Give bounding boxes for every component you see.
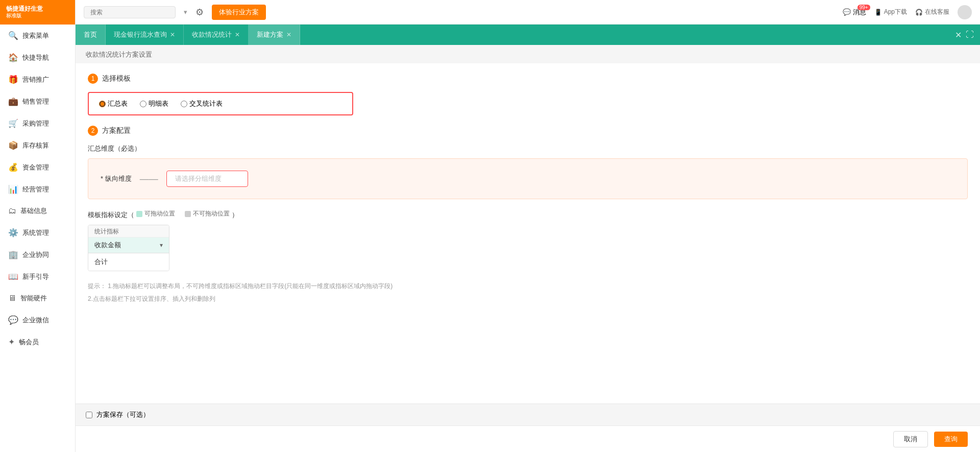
sidebar-item-label: 企业微信 bbox=[22, 316, 49, 325]
section1-title: 1 选择模板 bbox=[88, 74, 968, 84]
maximize-icon[interactable]: ⛶ bbox=[966, 30, 974, 39]
sidebar-nav: 🔍 搜索菜单 🏠 快捷导航 🎁 营销推广 💼 销售管理 🛒 采购管理 📦 库存核… bbox=[0, 25, 75, 452]
sidebar-item-purchase[interactable]: 🛒 采购管理 bbox=[0, 112, 75, 134]
tab-collection-stats[interactable]: 收款情况统计 ✕ bbox=[184, 25, 249, 45]
arrow-icon: —— bbox=[140, 174, 158, 184]
online-service-link[interactable]: 🎧 在线客服 bbox=[915, 8, 949, 16]
sidebar-item-label: 销售管理 bbox=[22, 97, 49, 106]
template-selection: 汇总表 明细表 交叉统计表 bbox=[88, 92, 353, 115]
message-count: 99+ bbox=[857, 5, 870, 10]
sidebar-item-label: 智能硬件 bbox=[20, 294, 47, 303]
app-icon: 📱 bbox=[874, 9, 882, 16]
sidebar-item-label: 库存核算 bbox=[22, 141, 49, 150]
radio-summary-input[interactable] bbox=[99, 101, 106, 107]
brand-edition: 标准版 bbox=[6, 12, 43, 19]
dropdown-icon[interactable]: ▾ bbox=[184, 8, 187, 16]
sidebar-item-member[interactable]: ✦ 畅会员 bbox=[0, 331, 75, 353]
dimension-section: 汇总维度（必选） * 纵向维度 —— 请选择分组维度 bbox=[88, 144, 968, 199]
sidebar-item-sales[interactable]: 💼 销售管理 bbox=[0, 90, 75, 112]
sidebar-item-label: 采购管理 bbox=[22, 119, 49, 128]
close-window-icon[interactable]: ✕ bbox=[955, 30, 962, 40]
radio-detail-input[interactable] bbox=[140, 101, 146, 107]
dimension-sublabel: 汇总维度（必选） bbox=[88, 144, 968, 153]
sidebar-item-label: 基础信息 bbox=[20, 206, 47, 216]
app-download-link[interactable]: 📱 App下载 bbox=[874, 8, 907, 16]
service-icon: 🎧 bbox=[915, 9, 923, 16]
sidebar-item-quicknav[interactable]: 🏠 快捷导航 bbox=[0, 46, 75, 68]
operations-icon: 📊 bbox=[8, 184, 18, 194]
cancel-button[interactable]: 取消 bbox=[893, 431, 928, 447]
system-icon: ⚙️ bbox=[8, 228, 18, 237]
draggable-dot bbox=[136, 211, 142, 217]
metrics-column-header[interactable]: 收款金额 ▾ bbox=[88, 237, 169, 253]
topbar: ▾ ⚙ 体验行业方案 💬 消息 99+ 📱 App下载 🎧 在线客服 bbox=[76, 0, 980, 25]
tab-new-scheme[interactable]: 新建方案 ✕ bbox=[249, 25, 300, 45]
tab-window-actions: ✕ ⛶ bbox=[949, 25, 980, 45]
sidebar-item-search[interactable]: 🔍 搜索菜单 bbox=[0, 25, 75, 46]
enterprise-icon: 🏢 bbox=[8, 250, 18, 259]
message-badge[interactable]: 💬 消息 99+ bbox=[843, 8, 866, 17]
legend-non-draggable: 不可拖动位置 bbox=[185, 209, 230, 218]
query-button[interactable]: 查询 bbox=[934, 432, 968, 447]
settings-icon[interactable]: ⚙ bbox=[195, 7, 204, 18]
home-icon: 🏠 bbox=[8, 53, 18, 62]
section2-num: 2 bbox=[88, 126, 98, 136]
metrics-group-header: 统计指标 bbox=[88, 225, 169, 237]
tip-1: 提示： 1.拖动标题栏可以调整布局，不可跨维度或指标区域拖动栏目字段(只能在同一… bbox=[88, 281, 968, 292]
save-checkbox[interactable] bbox=[86, 412, 92, 418]
user-avatar[interactable] bbox=[958, 5, 972, 19]
tab-close-icon[interactable]: ✕ bbox=[286, 31, 291, 38]
sidebar-item-system[interactable]: ⚙️ 系统管理 bbox=[0, 222, 75, 244]
tab-close-icon[interactable]: ✕ bbox=[235, 31, 240, 38]
radio-detail[interactable]: 明细表 bbox=[140, 99, 168, 108]
radio-summary[interactable]: 汇总表 bbox=[99, 99, 128, 108]
sidebar-item-marketing[interactable]: 🎁 营销推广 bbox=[0, 68, 75, 90]
metrics-section: 模板指标设定（ 可拖动位置 不可拖动位置 ） 统计指标 bbox=[88, 209, 968, 273]
radio-cross[interactable]: 交叉统计表 bbox=[181, 99, 223, 108]
tab-label: 现金银行流水查询 bbox=[114, 30, 167, 39]
industry-btn[interactable]: 体验行业方案 bbox=[212, 5, 266, 20]
main-area: ▾ ⚙ 体验行业方案 💬 消息 99+ 📱 App下载 🎧 在线客服 首页 bbox=[76, 0, 980, 452]
page-body: 1 选择模板 汇总表 明细表 交叉统计表 2 bbox=[76, 63, 980, 403]
metrics-cell: 合计 bbox=[88, 253, 169, 271]
hardware-icon: 🖥 bbox=[8, 294, 16, 303]
sidebar-item-basic[interactable]: 🗂 基础信息 bbox=[0, 200, 75, 222]
radio-detail-label: 明细表 bbox=[149, 99, 168, 108]
column-dropdown-icon[interactable]: ▾ bbox=[160, 242, 163, 249]
section2-title: 2 方案配置 bbox=[88, 126, 968, 136]
tips-section: 提示： 1.拖动标题栏可以调整布局，不可跨维度或指标区域拖动栏目字段(只能在同一… bbox=[88, 281, 968, 305]
brand-name: 畅捷通好生意 bbox=[6, 5, 43, 12]
sidebar-item-wechat[interactable]: 💬 企业微信 bbox=[0, 309, 75, 331]
tab-close-icon[interactable]: ✕ bbox=[170, 31, 175, 38]
sidebar-item-guide[interactable]: 📖 新手引导 bbox=[0, 266, 75, 288]
sidebar-item-enterprise[interactable]: 🏢 企业协同 bbox=[0, 244, 75, 266]
metrics-table: 统计指标 收款金额 ▾ 合计 bbox=[88, 225, 169, 271]
tab-home[interactable]: 首页 bbox=[76, 25, 106, 45]
tab-cash-bank[interactable]: 现金银行流水查询 ✕ bbox=[106, 25, 184, 45]
sidebar-item-operations[interactable]: 📊 经营管理 bbox=[0, 178, 75, 200]
section1-num: 1 bbox=[88, 74, 98, 84]
dimension-select[interactable]: 请选择分组维度 bbox=[166, 171, 248, 187]
dimension-area: * 纵向维度 —— 请选择分组维度 bbox=[88, 158, 968, 199]
topbar-actions: 💬 消息 99+ 📱 App下载 🎧 在线客服 bbox=[843, 5, 972, 19]
search-icon: 🔍 bbox=[8, 31, 18, 40]
vertical-label: * 纵向维度 bbox=[101, 174, 132, 183]
gift-icon: 🎁 bbox=[8, 75, 18, 84]
sidebar: 畅捷通好生意 标准版 🔍 搜索菜单 🏠 快捷导航 🎁 营销推广 💼 销售管理 🛒… bbox=[0, 0, 76, 452]
sidebar-item-label: 经营管理 bbox=[22, 185, 49, 194]
radio-cross-input[interactable] bbox=[181, 101, 187, 107]
tabbar: 首页 现金银行流水查询 ✕ 收款情况统计 ✕ 新建方案 ✕ ✕ ⛶ bbox=[76, 25, 980, 45]
sidebar-item-finance[interactable]: 💰 资金管理 bbox=[0, 156, 75, 178]
search-input[interactable] bbox=[84, 6, 176, 18]
sidebar-item-inventory[interactable]: 📦 库存核算 bbox=[0, 134, 75, 156]
sidebar-item-label: 营销推广 bbox=[22, 75, 49, 84]
footer-section: 方案保存（可选） bbox=[76, 403, 980, 425]
sidebar-item-label: 快捷导航 bbox=[22, 53, 49, 62]
sidebar-item-hardware[interactable]: 🖥 智能硬件 bbox=[0, 288, 75, 309]
sidebar-item-label: 企业协同 bbox=[22, 250, 49, 259]
tab-label: 收款情况统计 bbox=[192, 30, 232, 39]
legend-draggable: 可拖动位置 bbox=[136, 209, 175, 218]
metrics-label: 模板指标设定（ 可拖动位置 不可拖动位置 ） bbox=[88, 209, 968, 220]
tip-2: 2.点击标题栏下拉可设置排序、插入列和删除列 bbox=[88, 294, 968, 305]
sidebar-item-label: 搜索菜单 bbox=[22, 31, 49, 40]
